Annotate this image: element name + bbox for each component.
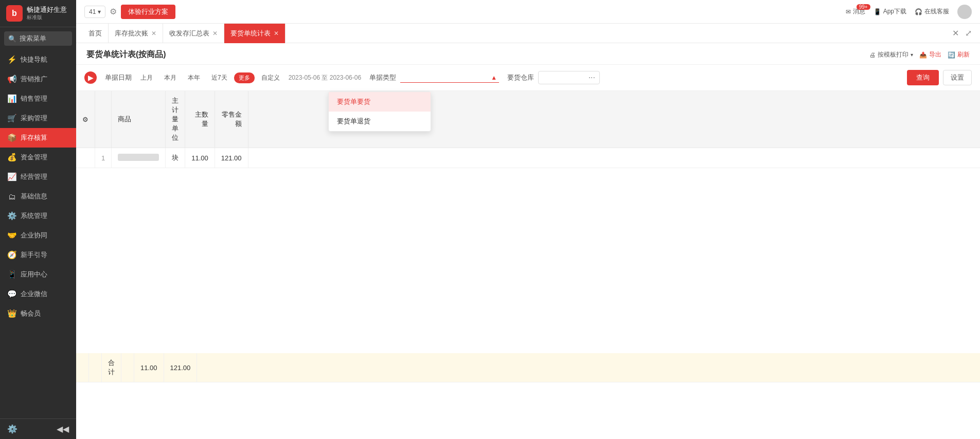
- date-filter-group: 单据日期 上月 本月 本年 近7天 更多 自定义 2023-05-06 至 20…: [105, 72, 361, 84]
- date-chip-year[interactable]: 本年: [183, 72, 205, 84]
- trial-btn[interactable]: 体验行业方案: [121, 5, 175, 19]
- dropdown-item-purchase[interactable]: 要货单要货: [329, 92, 431, 112]
- sidebar-nav: ⚡ 快捷导航 📢 营销推广 📊 销售管理 🛒 采购管理 📦 库存核算 💰 资金管…: [0, 50, 76, 418]
- row-amount: 121.00: [215, 148, 248, 168]
- ellipsis-icon[interactable]: ···: [589, 73, 595, 82]
- row-num: 1: [95, 148, 112, 168]
- sidebar-item-member[interactable]: 👑 畅会员: [0, 304, 76, 323]
- warehouse-select[interactable]: ···: [538, 71, 600, 84]
- sidebar-item-inventory[interactable]: 📦 库存核算: [0, 128, 76, 148]
- sidebar-footer: ⚙️ ◀◀: [0, 418, 76, 439]
- empty-space: [76, 168, 980, 353]
- warehouse-label: 要货仓库: [507, 73, 534, 82]
- sidebar-item-quicknav[interactable]: ⚡ 快捷导航: [0, 50, 76, 69]
- order-type-label: 单据类型: [369, 73, 396, 82]
- order-type-input[interactable]: [402, 74, 489, 81]
- messages-item[interactable]: ✉ 消息 99+: [846, 7, 865, 16]
- sidebar-item-label: 企业协同: [21, 231, 47, 240]
- sidebar-item-label: 应用中心: [21, 270, 47, 279]
- sidebar-item-basic[interactable]: 🗂 基础信息: [0, 187, 76, 206]
- sidebar-settings-icon[interactable]: ⚙️: [7, 424, 17, 434]
- sidebar-item-purchase[interactable]: 🛒 采购管理: [0, 108, 76, 128]
- system-icon: ⚙️: [7, 211, 16, 221]
- export-btn[interactable]: 📤 导出: [919, 50, 941, 59]
- enterprise-icon: 🤝: [7, 231, 16, 240]
- finance-icon: 💰: [7, 153, 16, 162]
- filter-toggle-btn[interactable]: ▶: [84, 71, 97, 84]
- tab-label: 要货单统计表: [230, 29, 271, 38]
- table-row: 1 块 11.00 121.00: [76, 148, 980, 168]
- warehouse-filter-group: 要货仓库 ···: [507, 71, 600, 84]
- tab-batch[interactable]: 库存批次账 ✕: [109, 24, 163, 43]
- filter-bar: ▶ 单据日期 上月 本月 本年 近7天 更多 自定义 2023-05-06 至 …: [76, 65, 980, 91]
- row-product: [112, 148, 166, 168]
- refresh-btn[interactable]: 🔄 刷新: [948, 50, 970, 59]
- sidebar-item-label: 基础信息: [21, 192, 47, 201]
- sidebar-item-enterprise[interactable]: 🤝 企业协同: [0, 226, 76, 245]
- date-label: 单据日期: [105, 73, 132, 82]
- date-chip-week[interactable]: 近7天: [207, 72, 232, 84]
- company-select[interactable]: 41 ▾: [84, 6, 105, 18]
- col-quantity: 主数量: [185, 91, 215, 148]
- sidebar-item-appstore[interactable]: 📱 应用中心: [0, 265, 76, 284]
- tab-maximize-btn[interactable]: ⤢: [963, 26, 974, 40]
- order-type-select[interactable]: ▲: [400, 72, 499, 83]
- row-quantity: 11.00: [185, 148, 215, 168]
- messages-badge: 99+: [857, 4, 870, 10]
- date-chip-more[interactable]: 更多: [234, 72, 255, 83]
- order-type-dropdown: 要货单要货 要货单退货: [328, 92, 431, 132]
- logo-area: b 畅捷通好生意 标准版: [0, 0, 76, 27]
- tab-close-icon[interactable]: ✕: [212, 30, 218, 36]
- print-label: 按模板打印: [878, 50, 908, 59]
- sidebar-item-label: 采购管理: [21, 114, 47, 123]
- tab-close-all-btn[interactable]: ✕: [950, 26, 961, 40]
- table-header-row: ⚙ 商品 主计量单位 主数量 零售金额: [76, 91, 980, 148]
- sidebar-item-wechat[interactable]: 💬 企业微信: [0, 284, 76, 304]
- date-chip-cur[interactable]: 本月: [159, 72, 181, 84]
- row-settings: [76, 148, 95, 168]
- basic-icon: 🗂: [7, 192, 16, 201]
- tab-requisition[interactable]: 要货单统计表 ✕: [224, 24, 286, 43]
- sidebar-item-system[interactable]: ⚙️ 系统管理: [0, 206, 76, 226]
- query-btn[interactable]: 查询: [907, 70, 939, 85]
- sidebar-item-label: 企业微信: [21, 289, 47, 299]
- tab-collection[interactable]: 收发存汇总表 ✕: [163, 24, 224, 43]
- operations-icon: 📈: [7, 172, 16, 181]
- sidebar-item-finance[interactable]: 💰 资金管理: [0, 148, 76, 167]
- online-service-item[interactable]: 🎧 在线客服: [915, 7, 949, 16]
- sidebar-search[interactable]: 🔍 搜索菜单: [4, 31, 72, 46]
- search-icon: 🔍: [8, 35, 16, 43]
- sidebar-item-operations[interactable]: 📈 经营管理: [0, 167, 76, 187]
- sidebar-item-guide[interactable]: 🧭 新手引导: [0, 245, 76, 265]
- sidebar-item-label: 新手引导: [21, 250, 47, 260]
- date-chip-custom[interactable]: 自定义: [257, 72, 284, 84]
- app-download-item[interactable]: 📱 App下载: [874, 7, 906, 16]
- topbar-settings-icon[interactable]: ⚙: [110, 7, 117, 16]
- sidebar-item-sales[interactable]: 📊 销售管理: [0, 89, 76, 108]
- headset-icon: 🎧: [915, 8, 922, 15]
- sidebar-item-marketing[interactable]: 📢 营销推广: [0, 69, 76, 89]
- dropdown-item-return[interactable]: 要货单退货: [329, 112, 431, 131]
- app-download-label: App下载: [883, 7, 906, 16]
- chevron-down-icon: ▾: [911, 52, 913, 58]
- tab-close-icon[interactable]: ✕: [151, 30, 156, 36]
- tab-close-icon[interactable]: ✕: [274, 30, 279, 36]
- setting-btn[interactable]: 设置: [943, 70, 972, 85]
- refresh-label: 刷新: [957, 50, 970, 59]
- date-chip-prev[interactable]: 上月: [136, 72, 157, 84]
- topbar: 41 ▾ ⚙ 体验行业方案 ✉ 消息 99+ 📱 App下载 🎧 在线客服: [76, 0, 980, 24]
- export-label: 导出: [929, 50, 941, 59]
- sidebar-item-label: 营销推广: [21, 75, 47, 84]
- page-header: 要货单统计表(按商品) 🖨 按模板打印 ▾ 📤 导出 🔄 刷新: [76, 43, 980, 65]
- col-settings[interactable]: ⚙: [76, 91, 95, 148]
- sidebar-collapse-icon[interactable]: ◀◀: [57, 424, 69, 434]
- refresh-icon: 🔄: [948, 51, 955, 59]
- user-avatar[interactable]: [957, 5, 972, 19]
- sidebar-search-label: 搜索菜单: [20, 34, 46, 43]
- online-service-label: 在线客服: [924, 7, 949, 16]
- member-icon: 👑: [7, 309, 16, 318]
- tab-home[interactable]: 首页: [82, 24, 109, 43]
- guide-icon: 🧭: [7, 250, 16, 260]
- row-unit: 块: [166, 148, 185, 168]
- print-btn[interactable]: 🖨 按模板打印 ▾: [869, 50, 913, 59]
